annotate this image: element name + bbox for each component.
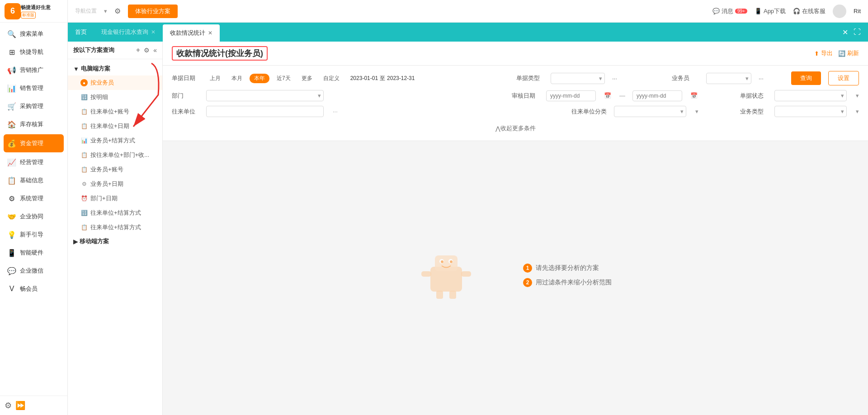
date-btn-more[interactable]: 更多 xyxy=(298,74,316,83)
tab-close-bank[interactable]: ✕ xyxy=(151,29,156,35)
sidebar-item-member[interactable]: V 畅会员 xyxy=(0,280,67,298)
tree-item-dept-date[interactable]: ⏰ 部门+日期 xyxy=(68,191,162,206)
empty-tips: 1 请先选择要分析的方案 2 用过滤条件来缩小分析范围 xyxy=(523,264,612,292)
tree-item-salesperson-settle[interactable]: 📊 业务员+结算方式 xyxy=(68,133,162,148)
date-btn-last-month[interactable]: 上月 xyxy=(206,74,224,83)
export-button[interactable]: ⬆ 导出 xyxy=(814,49,833,57)
doc-status-select[interactable] xyxy=(774,90,847,101)
empty-illustration xyxy=(419,249,478,307)
panel-header: 按以下方案查询 + ⚙ « xyxy=(68,42,162,59)
sidebar-item-enterprise[interactable]: 🤝 企业协同 xyxy=(0,208,67,226)
sidebar-item-operation[interactable]: 📈 经营管理 xyxy=(0,153,67,171)
date-btn-7days[interactable]: 近7天 xyxy=(273,74,294,83)
refresh-button[interactable]: 🔄 刷新 xyxy=(838,49,859,57)
sidebar-item-wechat[interactable]: 💬 企业微信 xyxy=(0,262,67,280)
date-group: 上月 本月 本年 近7天 更多 自定义 xyxy=(206,74,343,83)
type-select[interactable] xyxy=(551,73,605,84)
panel-collapse-icon[interactable]: « xyxy=(153,47,157,54)
type-select-wrap xyxy=(551,73,605,84)
audit-calendar-icon2[interactable]: 📅 xyxy=(690,92,698,99)
date-btn-this-year[interactable]: 本年 xyxy=(250,74,269,83)
panel-title: 按以下方案查询 xyxy=(73,46,114,54)
tree-group-desktop-label[interactable]: ▼ 电脑端方案 xyxy=(68,62,162,75)
online-service-button[interactable]: 🎧 在线客服 xyxy=(793,7,826,15)
message-icon: 💬 xyxy=(712,8,720,14)
sidebar-item-hardware[interactable]: 📱 智能硬件 xyxy=(0,244,67,262)
set-button[interactable]: 设置 xyxy=(828,71,859,85)
tree-item-unit-date[interactable]: 📋 往来单位+日期 xyxy=(68,119,162,133)
user-name[interactable]: Rit xyxy=(854,8,861,14)
tree-item-detail[interactable]: 🔢 按明细 xyxy=(68,90,162,104)
sidebar-item-inventory[interactable]: 🏠 库存核算 xyxy=(0,115,67,133)
tab-collection[interactable]: 收款情况统计 ✕ xyxy=(163,24,220,42)
dept-label: 部门 xyxy=(172,92,199,100)
audit-date-start[interactable] xyxy=(546,90,596,101)
audit-calendar-icon1[interactable]: 📅 xyxy=(604,92,611,99)
settings-gear-icon[interactable]: ⚙ xyxy=(5,401,12,410)
query-button[interactable]: 查询 xyxy=(791,71,821,85)
audit-label: 审核日期 xyxy=(512,92,539,100)
customer-more-icon[interactable]: ··· xyxy=(333,108,338,115)
app-download-button[interactable]: 📱 App下载 xyxy=(755,7,786,15)
type-more-icon[interactable]: ··· xyxy=(612,75,621,82)
tree-item-unit-account[interactable]: 📋 往来单位+账号 xyxy=(68,104,162,119)
tree-item-salesperson-date[interactable]: ⚙ 业务员+日期 xyxy=(68,177,162,191)
sidebar-item-sales[interactable]: 📊 销售管理 xyxy=(0,79,67,97)
panel-gear-icon[interactable]: ⚙ xyxy=(144,47,150,54)
tree-item-unit-settle1[interactable]: 🔢 往来单位+结算方式 xyxy=(68,206,162,220)
audit-date-end[interactable] xyxy=(632,90,682,101)
message-button[interactable]: 💬 消息 99+ xyxy=(712,7,747,15)
sidebar-item-purchase[interactable]: 🛒 采购管理 xyxy=(0,97,67,115)
active-dot-icon: ● xyxy=(80,79,88,86)
svg-rect-7 xyxy=(449,291,456,299)
panel-add-icon[interactable]: + xyxy=(136,46,140,54)
tip-num-1: 1 xyxy=(523,264,532,273)
date-btn-this-month[interactable]: 本月 xyxy=(228,74,246,83)
tree-group-mobile-label[interactable]: ▶ 移动端方案 xyxy=(68,235,162,248)
collapse-more-button[interactable]: ⋀ 收起更多条件 xyxy=(172,122,859,135)
export-icon: ⬆ xyxy=(814,50,819,57)
unit-settle1-icon: 🔢 xyxy=(80,209,88,217)
tree-item-unit-settle2[interactable]: 📋 往来单位+结算方式 xyxy=(68,220,162,235)
dept-date-icon: ⏰ xyxy=(80,195,88,202)
tab-expand-icon[interactable]: ⛶ xyxy=(854,28,861,36)
date-btn-custom[interactable]: 自定义 xyxy=(320,74,343,83)
tree-item-unit-dept[interactable]: 📋 按往来单位+部门+收... xyxy=(68,148,162,162)
customer-category-select[interactable] xyxy=(614,106,686,117)
collapse-sidebar-icon[interactable]: ⏩ xyxy=(15,401,25,410)
sidebar-item-marketing[interactable]: 📢 营销推广 xyxy=(0,61,67,79)
logo-icon: 6 xyxy=(5,3,21,19)
customer-input[interactable] xyxy=(206,106,324,117)
tab-home[interactable]: 首页 xyxy=(68,23,94,42)
topbar-dropdown-icon[interactable]: ▾ xyxy=(104,8,107,14)
sidebar-item-quicknav[interactable]: ⊞ 快捷导航 xyxy=(0,43,67,61)
svg-rect-8 xyxy=(421,271,431,277)
page-content: 收款情况统计(按业务员) ⬆ 导出 🔄 刷新 单据日期 xyxy=(163,42,868,415)
tab-minimize-icon[interactable]: ✕ xyxy=(842,28,848,37)
topbar-gear-icon[interactable]: ⚙ xyxy=(114,7,121,15)
sidebar-item-base[interactable]: 📋 基础信息 xyxy=(0,171,67,189)
svg-point-4 xyxy=(441,260,443,263)
filter-row-2: 部门 审核日期 📅 — 📅 单据状态 xyxy=(172,90,859,101)
trial-button[interactable]: 体验行业方案 xyxy=(128,5,178,18)
dept-select[interactable] xyxy=(206,90,324,101)
date-range-display: 2023-01-01 至 2023-12-31 xyxy=(350,75,415,82)
user-avatar[interactable] xyxy=(833,5,846,18)
svg-rect-6 xyxy=(436,291,443,299)
sidebar-item-finance[interactable]: 💰 资金管理 xyxy=(4,134,64,152)
biz-type-select[interactable] xyxy=(774,106,847,117)
tree-item-salesperson-account[interactable]: 📋 业务员+账号 xyxy=(68,162,162,177)
tab-bank[interactable]: 现金银行流水查询 ✕ xyxy=(94,23,163,42)
type-label: 单据类型 xyxy=(516,74,543,82)
salesperson-more-icon[interactable]: ··· xyxy=(759,75,768,82)
tip-num-2: 2 xyxy=(523,278,532,287)
sidebar-item-system[interactable]: ⚙ 系统管理 xyxy=(0,189,67,208)
app-icon: 📱 xyxy=(755,8,762,14)
salesperson-select[interactable] xyxy=(706,73,751,84)
sidebar-item-search[interactable]: 🔍 搜索菜单 xyxy=(0,25,67,43)
salesperson-select-wrap xyxy=(706,73,751,84)
customer-category-label: 往来单位分类 xyxy=(571,108,607,116)
sidebar-item-guide[interactable]: 💡 新手引导 xyxy=(0,226,67,244)
tree-item-salesperson[interactable]: ● 按业务员 xyxy=(68,75,162,90)
tab-close-collection[interactable]: ✕ xyxy=(208,30,212,36)
